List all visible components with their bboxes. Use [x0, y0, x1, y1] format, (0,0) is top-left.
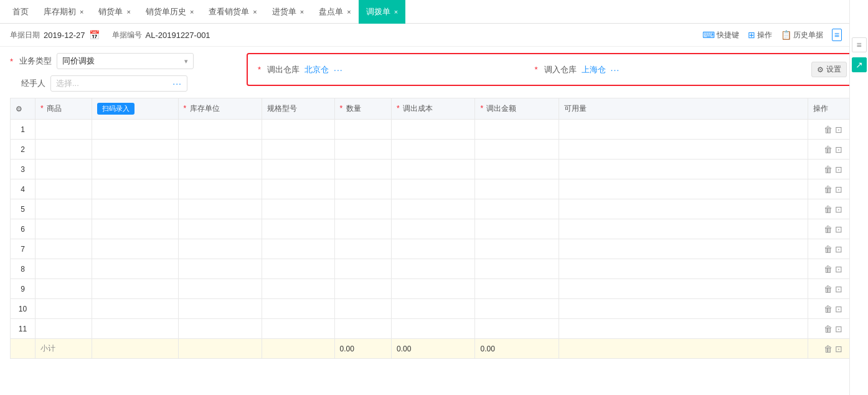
row-quantity-10[interactable]	[334, 299, 391, 319]
row-quantity-6[interactable]	[334, 219, 391, 239]
tab-sales-order[interactable]: 销货单 ×	[91, 0, 138, 24]
row-amount-1[interactable]	[475, 120, 559, 140]
row-cost-7[interactable]	[391, 239, 474, 259]
tab-close-view-sales[interactable]: ×	[253, 8, 257, 16]
row-delete-icon-3[interactable]: 🗑	[824, 164, 833, 174]
row-amount-6[interactable]	[475, 219, 559, 239]
row-cost-8[interactable]	[391, 259, 474, 279]
row-copy-icon-6[interactable]: ⊡	[835, 224, 842, 234]
tab-sales-history[interactable]: 销货单历史 ×	[138, 0, 201, 24]
row-amount-10[interactable]	[475, 299, 559, 319]
tab-view-sales[interactable]: 查看销货单 ×	[201, 0, 264, 24]
table-scroll-area[interactable]: ⚙ * 商品 扫码录入 * 库存单位 规格型号	[10, 98, 858, 359]
row-delete-icon-9[interactable]: 🗑	[824, 284, 833, 294]
row-product-2[interactable]	[35, 140, 92, 159]
row-amount-11[interactable]	[475, 319, 559, 339]
row-unit-7[interactable]	[178, 239, 262, 259]
row-product-9[interactable]	[35, 279, 92, 299]
row-amount-2[interactable]	[475, 140, 559, 159]
row-amount-5[interactable]	[475, 199, 559, 219]
row-amount-7[interactable]	[475, 239, 559, 259]
row-unit-4[interactable]	[178, 179, 262, 199]
row-delete-icon-6[interactable]: 🗑	[824, 224, 833, 234]
row-unit-9[interactable]	[178, 279, 262, 299]
row-cost-2[interactable]	[391, 140, 474, 159]
row-delete-icon-4[interactable]: 🗑	[824, 184, 833, 194]
layout-list-button[interactable]: ≡	[832, 29, 842, 41]
row-unit-2[interactable]	[178, 140, 262, 159]
row-copy-icon-8[interactable]: ⊡	[835, 264, 842, 274]
row-quantity-11[interactable]	[334, 319, 391, 339]
row-delete-icon-1[interactable]: 🗑	[824, 125, 833, 135]
history-button[interactable]: 📋 历史单据	[781, 30, 823, 40]
row-delete-icon-10[interactable]: 🗑	[824, 304, 833, 314]
row-copy-icon-2[interactable]: ⊡	[835, 145, 842, 155]
subtotal-delete-icon[interactable]: 🗑	[824, 344, 833, 354]
row-spec-6[interactable]	[262, 219, 334, 239]
row-unit-8[interactable]	[178, 259, 262, 279]
tab-close-inventory-count[interactable]: ×	[347, 8, 351, 16]
row-amount-3[interactable]	[475, 159, 559, 179]
row-product-6[interactable]	[35, 219, 92, 239]
tab-close-transfer-order[interactable]: ×	[394, 8, 398, 16]
row-copy-icon-3[interactable]: ⊡	[835, 164, 842, 174]
row-unit-11[interactable]	[178, 319, 262, 339]
handler-more-icon[interactable]: ···	[172, 79, 182, 88]
row-cost-10[interactable]	[391, 299, 474, 319]
row-cost-5[interactable]	[391, 199, 474, 219]
row-amount-4[interactable]	[475, 179, 559, 199]
tab-close-purchase-order[interactable]: ×	[300, 8, 304, 16]
row-delete-icon-7[interactable]: 🗑	[824, 244, 833, 254]
row-unit-10[interactable]	[178, 299, 262, 319]
tab-transfer-order[interactable]: 调拨单 ×	[359, 0, 405, 24]
row-amount-8[interactable]	[475, 259, 559, 279]
row-product-1[interactable]	[35, 120, 92, 140]
row-quantity-9[interactable]	[334, 279, 391, 299]
row-product-8[interactable]	[35, 259, 92, 279]
row-copy-icon-7[interactable]: ⊡	[835, 244, 842, 254]
handler-select[interactable]: 选择... ···	[50, 75, 187, 92]
operations-button[interactable]: ⊞ 操作	[748, 30, 772, 40]
side-expand-icon[interactable]: ↗	[852, 57, 867, 72]
tab-close-sales-order[interactable]: ×	[126, 8, 130, 16]
row-product-7[interactable]	[35, 239, 92, 259]
tab-home[interactable]: 首页	[5, 0, 36, 24]
row-product-11[interactable]	[35, 319, 92, 339]
row-product-10[interactable]	[35, 299, 92, 319]
tab-close-sales-history[interactable]: ×	[190, 8, 194, 16]
row-quantity-7[interactable]	[334, 239, 391, 259]
row-spec-5[interactable]	[262, 199, 334, 219]
row-cost-3[interactable]	[391, 159, 474, 179]
row-unit-6[interactable]	[178, 219, 262, 239]
row-spec-2[interactable]	[262, 140, 334, 159]
row-cost-4[interactable]	[391, 179, 474, 199]
row-cost-11[interactable]	[391, 319, 474, 339]
row-delete-icon-5[interactable]: 🗑	[824, 204, 833, 214]
row-copy-icon-11[interactable]: ⊡	[835, 324, 842, 334]
tab-inventory-count[interactable]: 盘点单 ×	[311, 0, 358, 24]
row-unit-1[interactable]	[178, 120, 262, 140]
row-spec-7[interactable]	[262, 239, 334, 259]
row-copy-icon-10[interactable]: ⊡	[835, 304, 842, 314]
row-product-3[interactable]	[35, 159, 92, 179]
row-unit-5[interactable]	[178, 199, 262, 219]
row-product-4[interactable]	[35, 179, 92, 199]
row-quantity-2[interactable]	[334, 140, 391, 159]
side-list-icon[interactable]: ≡	[852, 37, 867, 52]
row-delete-icon-11[interactable]: 🗑	[824, 324, 833, 334]
row-copy-icon-1[interactable]: ⊡	[835, 125, 842, 135]
tab-inventory-init[interactable]: 库存期初 ×	[36, 0, 91, 24]
tab-purchase-order[interactable]: 进货单 ×	[265, 0, 311, 24]
row-product-5[interactable]	[35, 199, 92, 219]
subtotal-copy-icon[interactable]: ⊡	[835, 344, 842, 354]
row-spec-4[interactable]	[262, 179, 334, 199]
row-quantity-8[interactable]	[334, 259, 391, 279]
row-quantity-5[interactable]	[334, 199, 391, 219]
row-quantity-4[interactable]	[334, 179, 391, 199]
row-copy-icon-5[interactable]: ⊡	[835, 204, 842, 214]
warehouse-out-more-icon[interactable]: ···	[334, 65, 343, 75]
shortcuts-button[interactable]: ⌨ 快捷键	[702, 30, 739, 40]
scan-button[interactable]: 扫码录入	[97, 103, 134, 115]
row-spec-8[interactable]	[262, 259, 334, 279]
col-settings-header[interactable]: ⚙	[11, 98, 35, 120]
